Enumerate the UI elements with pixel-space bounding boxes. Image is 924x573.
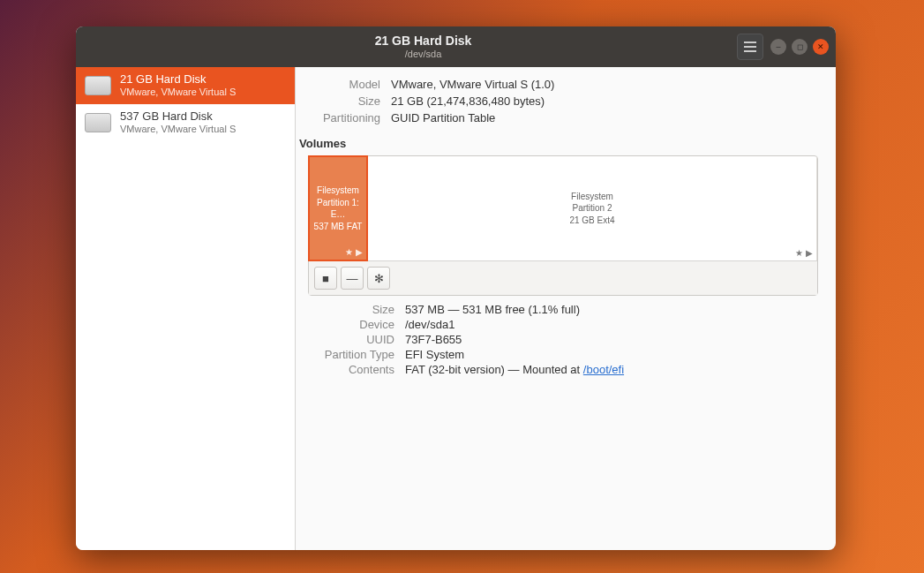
volumes-header: Volumes — [299, 137, 818, 150]
disk-sidebar: 21 GB Hard Disk VMware, VMware Virtual S… — [76, 67, 296, 550]
vol-indicators: ★ ▶ — [345, 246, 363, 259]
device-value: /dev/sda1 — [405, 318, 454, 331]
partitioning-label: Partitioning — [296, 111, 391, 124]
volume-partition-0[interactable]: FilesystemPartition 1: E…537 MB FAT★ ▶ — [308, 155, 368, 261]
partition-detail: Size 537 MB — 531 MB free (1.1% full) De… — [296, 301, 818, 378]
mount-point-link[interactable]: /boot/efi — [583, 363, 624, 376]
size-label: Size — [296, 94, 391, 108]
vol-line3: 537 MB FAT — [314, 221, 363, 233]
sidebar-disk-1[interactable]: 537 GB Hard Disk VMware, VMware Virtual … — [76, 104, 295, 141]
titlebar: 21 GB Hard Disk /dev/sda – ◻ ✕ — [76, 26, 836, 67]
minimize-button[interactable]: – — [770, 39, 786, 55]
volumes-box: FilesystemPartition 1: E…537 MB FAT★ ▶Fi… — [308, 155, 818, 296]
partition-options-button[interactable]: ✻ — [367, 267, 390, 290]
window-controls: – ◻ ✕ — [770, 39, 829, 55]
window-body: 21 GB Hard Disk VMware, VMware Virtual S… — [76, 67, 836, 550]
window-title: 21 GB Hard Disk — [113, 34, 733, 49]
vol-line1: Filesystem — [571, 191, 613, 203]
sidebar-disk-sub: VMware, VMware Virtual S — [120, 87, 236, 99]
psize-value: 537 MB — 531 MB free (1.1% full) — [405, 303, 580, 316]
partitioning-value: GUID Partition Table — [391, 111, 495, 124]
maximize-button[interactable]: ◻ — [792, 39, 808, 55]
contents-value: FAT (32-bit version) — Mounted at /boot/… — [405, 363, 624, 376]
contents-text: FAT (32-bit version) — Mounted at — [405, 363, 583, 376]
ptype-value: EFI System — [405, 348, 464, 361]
model-label: Model — [296, 78, 391, 91]
unmount-button[interactable]: ■ — [314, 267, 337, 290]
volume-toolbar: ■ — ✻ — [309, 260, 817, 295]
volume-strip: FilesystemPartition 1: E…537 MB FAT★ ▶Fi… — [309, 156, 817, 260]
main-panel: Model VMware, VMware Virtual S (1.0) Siz… — [296, 67, 836, 550]
volume-partition-1[interactable]: FilesystemPartition 221 GB Ext4★ ▶ — [368, 156, 817, 260]
vol-line3: 21 GB Ext4 — [569, 215, 614, 227]
disks-window: 21 GB Hard Disk /dev/sda – ◻ ✕ 21 GB Har… — [76, 26, 836, 550]
title-center: 21 GB Hard Disk /dev/sda — [113, 34, 733, 60]
vol-indicators: ★ ▶ — [795, 247, 813, 260]
delete-partition-button[interactable]: — — [341, 267, 364, 290]
device-label: Device — [296, 318, 405, 331]
uuid-value: 73F7-B655 — [405, 333, 462, 346]
hard-disk-icon — [85, 76, 111, 95]
vol-line2: Partition 1: E… — [310, 197, 366, 221]
sidebar-disk-title: 21 GB Hard Disk — [120, 72, 236, 87]
ptype-label: Partition Type — [296, 348, 405, 361]
contents-label: Contents — [296, 363, 405, 376]
size-value: 21 GB (21,474,836,480 bytes) — [391, 94, 545, 108]
sidebar-disk-0[interactable]: 21 GB Hard Disk VMware, VMware Virtual S — [76, 67, 295, 104]
vol-line1: Filesystem — [317, 185, 359, 197]
hamburger-menu-button[interactable] — [737, 34, 763, 60]
sidebar-disk-title: 537 GB Hard Disk — [120, 109, 236, 124]
hard-disk-icon — [85, 113, 111, 132]
model-value: VMware, VMware Virtual S (1.0) — [391, 78, 554, 91]
uuid-label: UUID — [296, 333, 405, 346]
close-button[interactable]: ✕ — [813, 39, 829, 55]
window-subtitle: /dev/sda — [113, 49, 733, 60]
hamburger-icon — [744, 41, 756, 52]
psize-label: Size — [296, 303, 405, 316]
sidebar-disk-sub: VMware, VMware Virtual S — [120, 124, 236, 136]
vol-line2: Partition 2 — [572, 202, 612, 215]
